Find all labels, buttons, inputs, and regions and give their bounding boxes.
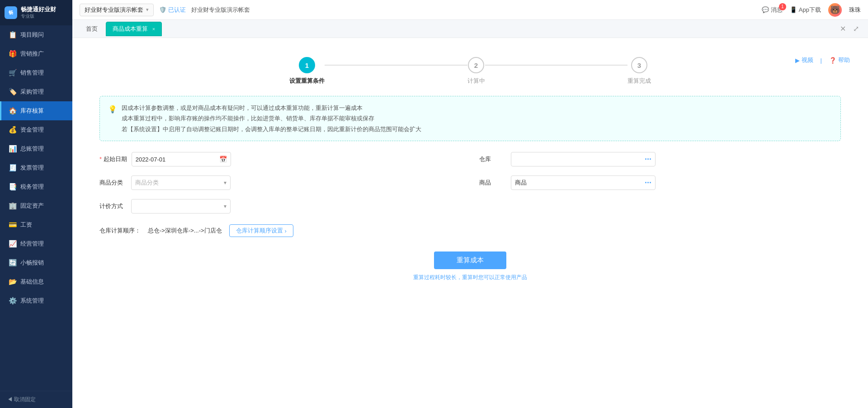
sidebar-item-project[interactable]: 📋 项目顾问	[0, 25, 72, 44]
wizard-step-2-circle: 2	[468, 57, 484, 73]
operation-icon: 📈	[9, 240, 17, 248]
video-help-link[interactable]: ▶ 视频	[795, 56, 813, 64]
phone-icon: 📱	[790, 6, 797, 13]
help-link[interactable]: ❓ 帮助	[829, 56, 850, 64]
tab-home[interactable]: 首页	[80, 22, 104, 36]
form-area: 起始日期 2022-07-01 📅 仓库 ··· 商品分	[72, 152, 868, 237]
warehouse-order-settings-button[interactable]: 仓库计算顺序设置 ›	[229, 224, 293, 237]
product-more-icon[interactable]: ···	[645, 178, 651, 188]
calendar-icon[interactable]: 📅	[219, 156, 227, 163]
start-date-input[interactable]: 2022-07-01 📅	[132, 152, 231, 166]
lightbulb-icon: 💡	[108, 103, 117, 134]
tab-close-icon[interactable]: ×	[152, 26, 155, 32]
sidebar-footer-label: ◀ 取消固定	[7, 396, 36, 403]
chevron-down-icon: ▾	[146, 7, 149, 13]
assets-icon: 🏢	[9, 202, 17, 210]
product-field: 商品 商品 ···	[479, 176, 841, 190]
sidebar-item-accounting[interactable]: 📊 总账管理	[0, 139, 72, 158]
tabbar: 首页 商品成本重算 × ✕ ⤢	[72, 20, 868, 38]
product-placeholder: 商品	[515, 179, 642, 187]
recalc-area: 重算成本 重算过程耗时较长，重算时您可以正常使用产品	[72, 251, 868, 281]
marketing-icon: 🎁	[9, 50, 17, 58]
basic-icon: 📂	[9, 278, 17, 286]
help-divider: |	[821, 57, 822, 64]
inventory-icon: 🏠	[9, 107, 17, 115]
sidebar-nav: 📋 项目顾问 🎁 营销推广 🛒 销售管理 🏷️ 采购管理 🏠 库存核算 💰 资金…	[0, 25, 72, 391]
sidebar-item-basic[interactable]: 📂 基础信息	[0, 272, 72, 291]
sidebar-item-label: 基础信息	[20, 278, 44, 286]
tabbar-right-actions: ✕ ⤢	[838, 23, 861, 35]
invoice-icon: 🧾	[9, 164, 17, 172]
category-select[interactable]: 商品分类 ▾	[131, 176, 231, 190]
app-download-button[interactable]: 📱 App下载	[790, 6, 821, 14]
warehouse-more-icon[interactable]: ···	[645, 155, 651, 164]
wizard-step-2-label: 计算中	[467, 77, 485, 85]
content-area: 1 设置重算条件 2 计算中	[72, 38, 868, 408]
sidebar-item-label: 经营管理	[20, 240, 44, 248]
purchase-icon: 🏷️	[9, 88, 17, 96]
sidebar-item-label: 系统管理	[20, 297, 44, 305]
pricing-select[interactable]: ▾	[131, 199, 231, 213]
message-button[interactable]: 💬 消息 1	[762, 6, 783, 14]
sidebar-item-salary[interactable]: 💳 工资	[0, 215, 72, 234]
sidebar-unpin[interactable]: ◀ 取消固定	[0, 391, 72, 408]
maximize-icon[interactable]: ⤢	[851, 23, 861, 35]
app-title: 畅捷通好业财	[21, 6, 56, 13]
sidebar-item-label: 固定资产	[20, 202, 44, 210]
shield-icon: 🛡️	[159, 6, 166, 13]
warehouse-input[interactable]: ···	[511, 152, 656, 166]
tax-icon: 📑	[9, 183, 17, 191]
form-row-3: 计价方式 ▾	[99, 199, 841, 213]
sidebar-item-purchase[interactable]: 🏷️ 采购管理	[0, 82, 72, 101]
username-label[interactable]: 珠珠	[849, 6, 861, 14]
start-date-value: 2022-07-01	[136, 156, 217, 163]
message-icon: 💬	[762, 6, 769, 13]
sidebar-item-marketing[interactable]: 🎁 营销推广	[0, 44, 72, 63]
sales-icon: 🛒	[9, 69, 17, 77]
sidebar-item-expense[interactable]: 🔄 小畅报销	[0, 253, 72, 272]
sidebar-item-label: 销售管理	[20, 69, 44, 77]
wizard-step-2: 2 计算中	[467, 57, 485, 85]
sidebar-item-label: 库存核算	[20, 107, 44, 115]
finance-icon: 💰	[9, 126, 17, 134]
sidebar-item-label: 资金管理	[20, 126, 44, 134]
category-label: 商品分类	[99, 179, 127, 187]
recalc-button[interactable]: 重算成本	[434, 251, 506, 269]
sidebar-item-system[interactable]: ⚙️ 系统管理	[0, 291, 72, 310]
category-placeholder: 商品分类	[135, 179, 221, 187]
warehouse-order-btn-label: 仓库计算顺序设置	[236, 227, 283, 235]
info-box: 💡 因成本计算参数调整，或是对商品成本有疑问时，可以通过成本重算功能，重新计算一…	[99, 96, 841, 141]
close-window-icon[interactable]: ✕	[838, 23, 848, 35]
warehouse-field: 仓库 ···	[479, 152, 841, 166]
sidebar-item-finance[interactable]: 💰 资金管理	[0, 120, 72, 139]
chevron-down-icon: ▾	[224, 180, 226, 186]
recalc-hint: 重算过程耗时较长，重算时您可以正常使用产品	[413, 274, 527, 281]
start-date-field: 起始日期 2022-07-01 📅	[99, 152, 461, 166]
verified-badge: 🛡️ 已认证	[159, 6, 186, 14]
main-area: 好业财专业版演示帐套 ▾ 🛡️ 已认证 好业财专业版演示帐套 💬 消息 1 📱 …	[72, 0, 868, 408]
tab-cost-recalc[interactable]: 商品成本重算 ×	[106, 22, 162, 36]
sidebar-item-invoice[interactable]: 🧾 发票管理	[0, 158, 72, 177]
user-avatar[interactable]: 🐻	[828, 3, 842, 17]
question-icon: ❓	[829, 57, 836, 64]
sidebar-item-sales[interactable]: 🛒 销售管理	[0, 63, 72, 82]
product-input[interactable]: 商品 ···	[511, 176, 656, 190]
sidebar-item-inventory[interactable]: 🏠 库存核算	[0, 101, 72, 120]
sidebar-item-operation[interactable]: 📈 经营管理	[0, 234, 72, 253]
warehouse-order-label: 仓库计算顺序：	[99, 227, 141, 235]
account-selector-text: 好业财专业版演示帐套	[85, 6, 143, 14]
wizard-step-1: 1 设置重算条件	[289, 57, 325, 85]
account-selector[interactable]: 好业财专业版演示帐套 ▾	[80, 4, 154, 16]
warehouse-label: 仓库	[479, 155, 506, 163]
wizard-step-3-circle: 3	[631, 57, 647, 73]
info-line-1: 因成本计算参数调整，或是对商品成本有疑问时，可以通过成本重算功能，重新计算一遍成…	[122, 103, 421, 113]
verified-label: 已认证	[168, 6, 186, 14]
wizard-step-3: 3 重算完成	[627, 57, 651, 85]
wizard-inner: 1 设置重算条件 2 计算中	[289, 52, 651, 85]
sidebar-item-tax[interactable]: 📑 税务管理	[0, 177, 72, 196]
sidebar-item-label: 项目顾问	[20, 31, 44, 39]
wizard-line-2	[485, 57, 628, 66]
sidebar-item-assets[interactable]: 🏢 固定资产	[0, 196, 72, 215]
message-badge: 1	[779, 3, 786, 10]
product-label: 商品	[479, 179, 506, 187]
